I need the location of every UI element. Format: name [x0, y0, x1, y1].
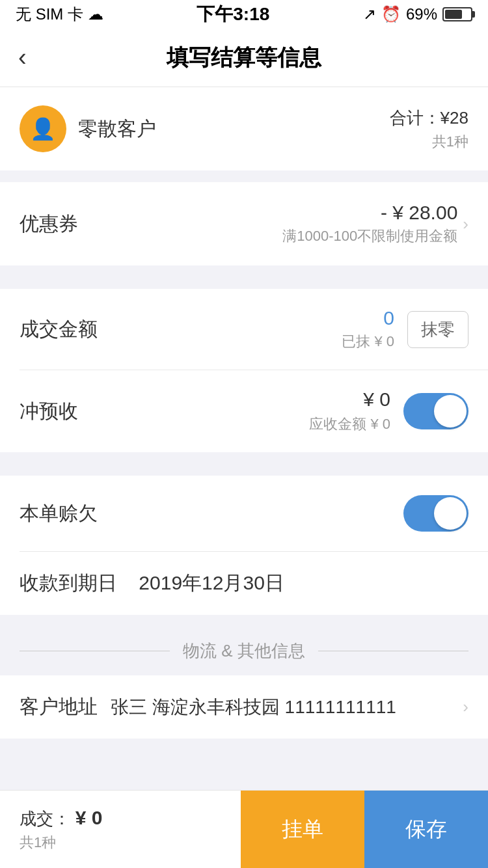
avatar-icon: 👤 — [30, 116, 56, 141]
coupon-description: 满1000-100不限制使用金额 — [282, 226, 457, 246]
address-value: 张三 海淀永丰科技园 11111111111 — [111, 695, 456, 720]
address-label: 客户地址 — [20, 694, 98, 720]
precharge-top: 冲预收 ¥ 0 应收金额 ¥ 0 — [20, 388, 468, 434]
owe-row: 本单赊欠 — [0, 476, 488, 551]
precharge-sub: 应收金额 ¥ 0 — [309, 414, 390, 434]
status-bar-right: ↗ ⏰ 69% — [363, 5, 472, 23]
owe-section: 本单赊欠 收款到期日 2019年12月30日 — [0, 476, 488, 615]
coupon-right: - ¥ 28.00 满1000-100不限制使用金额 › — [282, 202, 468, 246]
due-date-row: 收款到期日 2019年12月30日 — [0, 552, 488, 615]
toggle-knob — [434, 395, 467, 427]
save-button[interactable]: 保存 — [364, 791, 488, 868]
customer-section: 👤 零散客户 合计：¥28 共1种 — [0, 87, 488, 170]
coupon-row[interactable]: 优惠券 - ¥ 28.00 满1000-100不限制使用金额 › — [0, 182, 488, 265]
address-chevron-icon: › — [463, 697, 468, 717]
logistics-separator: 物流 & 其他信息 — [0, 627, 488, 675]
coupon-section[interactable]: 优惠券 - ¥ 28.00 满1000-100不限制使用金额 › — [0, 182, 488, 265]
alarm-icon: ⏰ — [381, 5, 401, 23]
coupon-discount: - ¥ 28.00 — [282, 202, 457, 224]
status-bar: 无 SIM 卡 ☁ 下午3:18 ↗ ⏰ 69% — [0, 0, 488, 29]
transaction-section: 成交金额 0 已抹 ¥ 0 抹零 冲预收 ¥ 0 — [0, 289, 488, 452]
chevron-right-icon: › — [463, 214, 468, 234]
due-date-label: 收款到期日 2019年12月30日 — [20, 572, 284, 593]
bottom-deal-label: 成交： — [20, 809, 70, 828]
due-date-label-text: 收款到期日 — [20, 572, 117, 593]
avatar: 👤 — [20, 105, 66, 152]
battery-icon — [442, 7, 472, 21]
customer-left: 👤 零散客户 — [20, 105, 156, 152]
sim-label: 无 SIM 卡 ☁ — [16, 4, 103, 25]
wipe-zero-button[interactable]: 抹零 — [407, 311, 468, 348]
total-amount: 合计：¥28 — [390, 107, 468, 129]
status-bar-left: 无 SIM 卡 ☁ — [16, 4, 103, 25]
customer-total: 合计：¥28 共1种 — [390, 107, 468, 152]
address-section: 客户地址 张三 海淀永丰科技园 11111111111 › — [0, 675, 488, 739]
precharge-toggle[interactable] — [403, 393, 468, 429]
precharge-label: 冲预收 — [20, 398, 78, 425]
precharge-amount-group: ¥ 0 应收金额 ¥ 0 — [309, 388, 390, 434]
owe-label: 本单赊欠 — [20, 500, 98, 527]
due-date-value: 2019年12月30日 — [139, 572, 284, 593]
transaction-label: 成交金额 — [20, 316, 98, 343]
logistics-line-right — [318, 651, 468, 651]
logistics-label: 物流 & 其他信息 — [183, 640, 305, 662]
back-button[interactable]: ‹ — [18, 44, 27, 72]
hang-button[interactable]: 挂单 — [241, 791, 364, 868]
section-gap-1 — [0, 277, 488, 289]
owe-toggle[interactable] — [403, 495, 468, 532]
nav-bar: ‹ 填写结算等信息 — [0, 29, 488, 87]
bottom-deal-row: 成交： ¥ 0 — [20, 807, 221, 830]
customer-row: 👤 零散客户 合计：¥28 共1种 — [0, 87, 488, 170]
coupon-info: - ¥ 28.00 满1000-100不限制使用金额 — [282, 202, 457, 246]
content-area: 👤 零散客户 合计：¥28 共1种 优惠券 - ¥ 28.00 满1000-10… — [0, 87, 488, 868]
transaction-value: 0 — [383, 307, 394, 329]
battery-percent: 69% — [406, 5, 437, 23]
page-title: 填写结算等信息 — [167, 43, 321, 73]
bottom-count: 共1种 — [20, 833, 221, 852]
transaction-value-group: 0 已抹 ¥ 0 — [342, 307, 394, 351]
coupon-label: 优惠券 — [20, 211, 78, 237]
bottom-info: 成交： ¥ 0 共1种 — [0, 791, 241, 868]
transaction-row: 成交金额 0 已抹 ¥ 0 抹零 — [0, 289, 488, 370]
bottom-deal-amount: ¥ 0 — [75, 807, 103, 828]
precharge-row: 冲预收 ¥ 0 应收金额 ¥ 0 — [0, 370, 488, 452]
precharge-values: ¥ 0 应收金额 ¥ 0 — [309, 388, 468, 434]
transaction-sub: 已抹 ¥ 0 — [342, 332, 394, 351]
address-row[interactable]: 客户地址 张三 海淀永丰科技园 11111111111 › — [0, 675, 488, 739]
bottom-bar: 成交： ¥ 0 共1种 挂单 保存 — [0, 790, 488, 868]
transaction-right: 0 已抹 ¥ 0 抹零 — [342, 307, 468, 351]
logistics-line-left — [20, 651, 170, 651]
precharge-amount: ¥ 0 — [363, 388, 390, 410]
status-bar-time: 下午3:18 — [197, 2, 269, 27]
section-gap-2 — [0, 464, 488, 476]
item-count: 共1种 — [390, 132, 468, 152]
location-icon: ↗ — [363, 5, 376, 23]
customer-name: 零散客户 — [78, 116, 156, 142]
owe-toggle-knob — [434, 497, 467, 530]
